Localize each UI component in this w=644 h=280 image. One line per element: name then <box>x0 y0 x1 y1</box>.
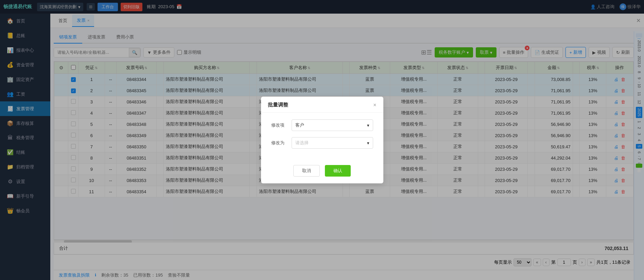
target-select[interactable]: 请选择 ▾ <box>292 137 373 149</box>
modal-overlay[interactable]: 批量调整 × 修改项 客户 ▾ 修改为 请选择 ▾ 取消 确认 <box>0 0 644 280</box>
form-row-target: 修改为 请选择 ▾ <box>271 137 373 149</box>
form-row-field: 修改项 客户 ▾ <box>271 119 373 131</box>
modal-header: 批量调整 × <box>261 97 383 113</box>
target-select-dropdown-icon: ▾ <box>367 141 369 146</box>
modal-confirm-btn[interactable]: 确认 <box>325 165 351 177</box>
modal-body: 修改项 客户 ▾ 修改为 请选择 ▾ <box>261 113 383 162</box>
field-label: 修改项 <box>271 122 292 128</box>
modal-cancel-btn[interactable]: 取消 <box>293 165 320 177</box>
target-label: 修改为 <box>271 140 292 146</box>
modal-close-btn[interactable]: × <box>373 102 376 108</box>
batch-adjust-modal: 批量调整 × 修改项 客户 ▾ 修改为 请选择 ▾ 取消 确认 <box>261 97 383 183</box>
modal-footer: 取消 确认 <box>261 162 383 183</box>
field-select-dropdown-icon: ▾ <box>367 123 369 128</box>
target-placeholder: 请选择 <box>295 140 309 146</box>
field-select[interactable]: 客户 ▾ <box>292 119 373 131</box>
modal-title: 批量调整 <box>268 102 288 108</box>
